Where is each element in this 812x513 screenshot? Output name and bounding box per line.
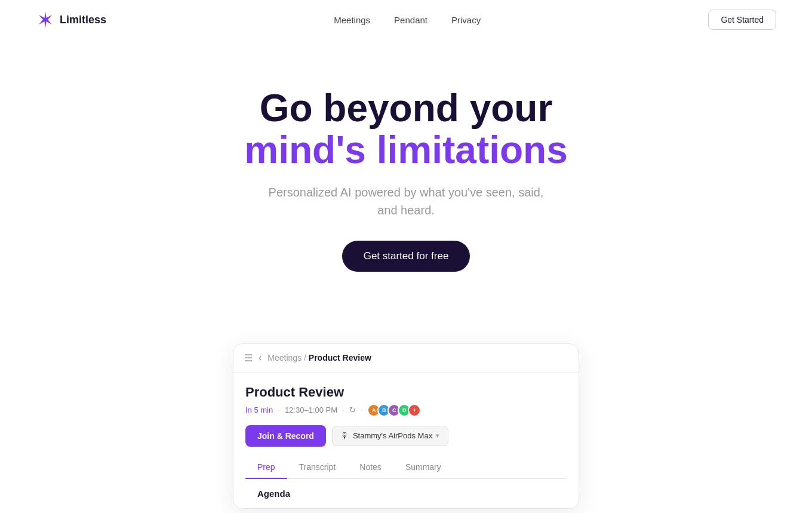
back-icon[interactable]: ‹ xyxy=(259,352,262,363)
hamburger-icon[interactable]: ☰ xyxy=(244,352,253,364)
logo[interactable]: Limitless xyxy=(36,10,106,29)
meeting-actions: Join & Record 🎙 Stammy's AirPods Max ▾ xyxy=(245,425,567,447)
agenda-label: Agenda xyxy=(257,489,555,499)
hero-subtitle: Personalized AI powered by what you've s… xyxy=(263,183,549,219)
join-record-button[interactable]: Join & Record xyxy=(245,425,326,447)
app-preview-wrapper: ☰ ‹ Meetings / Product Review Product Re… xyxy=(0,343,812,509)
app-tabs: Prep Transcript Notes Summary xyxy=(245,456,567,479)
breadcrumb-current: Product Review xyxy=(309,353,371,363)
hero-title-line2: mind's limitations xyxy=(244,128,568,171)
hero-cta-button[interactable]: Get started for free xyxy=(342,241,470,272)
meeting-time: 12:30–1:00 PM xyxy=(285,406,337,414)
hero-title-line1: Go beyond your xyxy=(260,87,553,130)
breadcrumb-base: Meetings / xyxy=(267,353,308,363)
nav-pendant[interactable]: Pendant xyxy=(394,15,427,25)
tab-prep[interactable]: Prep xyxy=(245,456,287,479)
tab-notes[interactable]: Notes xyxy=(347,456,393,479)
logo-text: Limitless xyxy=(60,14,106,26)
dot-separator-2: · xyxy=(342,406,345,414)
meeting-title: Product Review xyxy=(245,385,567,400)
tab-summary[interactable]: Summary xyxy=(393,456,453,479)
meeting-avatars: A B C D + xyxy=(367,404,421,417)
app-preview: ☰ ‹ Meetings / Product Review Product Re… xyxy=(233,343,579,509)
audio-device-button[interactable]: 🎙 Stammy's AirPods Max ▾ xyxy=(332,426,448,446)
app-topbar: ☰ ‹ Meetings / Product Review xyxy=(233,344,579,373)
hero-section: Go beyond your mind's limitations Person… xyxy=(0,39,812,308)
dot-separator-1: · xyxy=(278,406,280,414)
tab-transcript[interactable]: Transcript xyxy=(287,456,348,479)
nav-links: Meetings Pendant Privacy xyxy=(334,15,481,25)
sync-icon: ↻ xyxy=(349,406,356,414)
navbar: Limitless Meetings Pendant Privacy Get S… xyxy=(0,0,812,39)
chevron-down-icon: ▾ xyxy=(436,432,439,440)
meeting-time-badge: In 5 min xyxy=(245,406,273,414)
mic-icon: 🎙 xyxy=(341,431,349,441)
nav-meetings[interactable]: Meetings xyxy=(334,15,370,25)
logo-icon xyxy=(36,10,55,29)
avatar-5: + xyxy=(408,404,421,417)
audio-device-label: Stammy's AirPods Max xyxy=(353,431,432,440)
breadcrumb: Meetings / Product Review xyxy=(267,353,371,363)
nav-get-started-button[interactable]: Get Started xyxy=(708,10,776,30)
nav-privacy[interactable]: Privacy xyxy=(451,15,481,25)
meeting-meta: In 5 min · 12:30–1:00 PM · ↻ · A B C D + xyxy=(245,404,567,417)
hero-title: Go beyond your mind's limitations xyxy=(244,87,568,171)
app-content: Product Review In 5 min · 12:30–1:00 PM … xyxy=(233,373,579,508)
dot-separator-3: · xyxy=(361,406,363,414)
tab-content: Agenda xyxy=(245,479,567,508)
